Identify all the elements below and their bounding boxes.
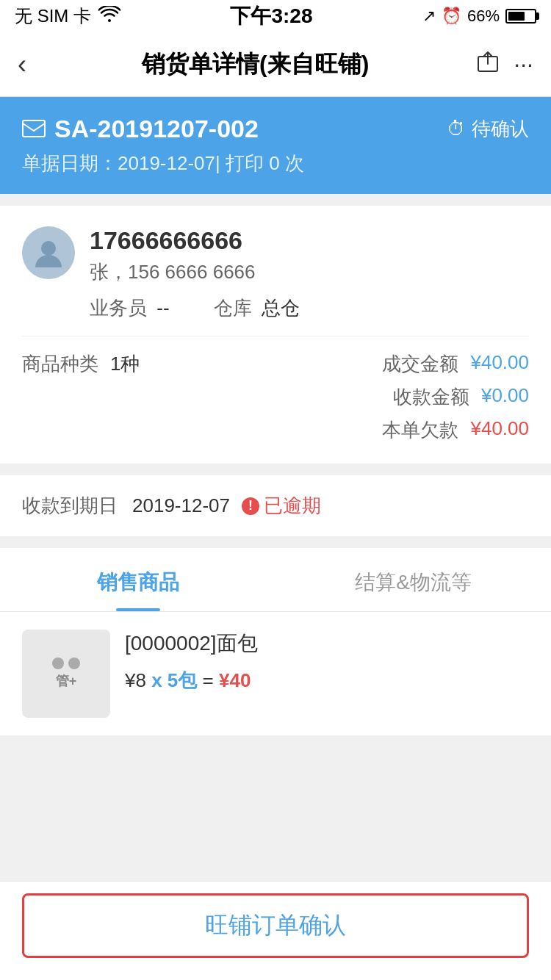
confirm-order-button[interactable]: 旺铺订单确认 — [22, 893, 529, 958]
status-left: 无 SIM 卡 — [15, 4, 120, 28]
status-time: 下午3:28 — [230, 2, 312, 30]
owl-eye-right — [68, 657, 80, 669]
nav-bar: ‹ 销货单详情(来自旺铺) ··· — [0, 32, 551, 97]
overdue-text: 已逾期 — [264, 493, 321, 519]
customer-info: 17666666666 张，156 6666 6666 业务员 -- 仓库 总仓 — [90, 226, 529, 321]
order-id-icon — [22, 115, 46, 143]
location-icon: ↗ — [422, 7, 436, 26]
owl-eyes — [52, 657, 80, 669]
amount-value: ¥40.00 — [470, 351, 529, 377]
debt-value: ¥40.00 — [470, 417, 529, 443]
customer-row: 17666666666 张，156 6666 6666 业务员 -- 仓库 总仓 — [22, 226, 529, 321]
tab-sales-products[interactable]: 销售商品 — [0, 548, 276, 611]
tab-underline — [116, 608, 160, 611]
order-id-row: SA-20191207-002 ⏱ 待确认 — [22, 115, 529, 143]
customer-card: 17666666666 张，156 6666 6666 业务员 -- 仓库 总仓… — [0, 206, 551, 464]
received-row: 收款金额 ¥0.00 — [393, 384, 529, 410]
summary-row: 商品种类 1种 成交金额 ¥40.00 收款金额 ¥0.00 本单欠款 ¥40.… — [22, 351, 529, 443]
received-value: ¥0.00 — [481, 384, 529, 410]
product-thumb-inner: 管+ — [52, 657, 80, 690]
product-thumbnail: 管+ — [22, 630, 110, 718]
status-right: ↗ ⏰ 66% — [422, 7, 536, 26]
customer-meta: 业务员 -- 仓库 总仓 — [90, 295, 529, 321]
share-icon[interactable] — [477, 51, 499, 79]
svg-point-2 — [41, 241, 56, 256]
customer-name: 张，156 6666 6666 — [90, 259, 529, 285]
bottom-bar: 旺铺订单确认 — [0, 881, 551, 980]
carrier-text: 无 SIM 卡 — [15, 4, 91, 28]
order-date: 单据日期：2019-12-07| 打印 0 次 — [22, 151, 529, 176]
summary-right: 成交金额 ¥40.00 收款金额 ¥0.00 本单欠款 ¥40.00 — [382, 351, 529, 443]
owl-eye-left — [52, 657, 64, 669]
salesman-field: 业务员 -- — [90, 295, 170, 321]
page-title: 销货单详情(来自旺铺) — [34, 48, 477, 81]
customer-phone: 17666666666 — [90, 226, 529, 255]
svg-rect-1 — [23, 120, 45, 137]
overdue-icon: ! — [242, 497, 259, 515]
due-date-card: 收款到期日 2019-12-07 ! 已逾期 — [0, 475, 551, 536]
status-bar: 无 SIM 卡 下午3:28 ↗ ⏰ 66% — [0, 0, 551, 32]
summary-left: 商品种类 1种 — [22, 351, 382, 377]
order-header: SA-20191207-002 ⏱ 待确认 单据日期：2019-12-07| 打… — [0, 97, 551, 194]
divider — [22, 336, 529, 336]
more-button[interactable]: ··· — [514, 51, 533, 78]
debt-row: 本单欠款 ¥40.00 — [382, 417, 529, 443]
tab-settlement[interactable]: 结算&物流等 — [276, 548, 551, 611]
status-clock-icon: ⏱ — [447, 118, 466, 140]
battery-percent: 66% — [467, 7, 500, 26]
back-button[interactable]: ‹ — [10, 42, 34, 87]
alarm-icon: ⏰ — [442, 7, 461, 26]
order-status: ⏱ 待确认 — [447, 116, 529, 142]
warehouse-field: 仓库 总仓 — [214, 295, 300, 321]
product-name: [0000002]面包 — [125, 630, 529, 657]
product-card: 管+ [0000002]面包 ¥8 x 5包 = ¥40 — [0, 612, 551, 735]
battery-icon — [505, 9, 536, 24]
owl-brand-text: 管+ — [56, 672, 77, 690]
avatar — [22, 226, 75, 279]
order-id: SA-20191207-002 — [22, 115, 259, 143]
tabs-bar: 销售商品 结算&物流等 — [0, 548, 551, 612]
amount-row: 成交金额 ¥40.00 — [382, 351, 529, 377]
nav-actions: ··· — [477, 51, 533, 79]
product-info: [0000002]面包 ¥8 x 5包 = ¥40 — [125, 630, 529, 693]
overdue-badge: ! 已逾期 — [242, 493, 321, 519]
wifi-icon — [98, 6, 120, 26]
product-price: ¥8 x 5包 = ¥40 — [125, 668, 529, 693]
due-date-value: 2019-12-07 — [132, 494, 230, 517]
